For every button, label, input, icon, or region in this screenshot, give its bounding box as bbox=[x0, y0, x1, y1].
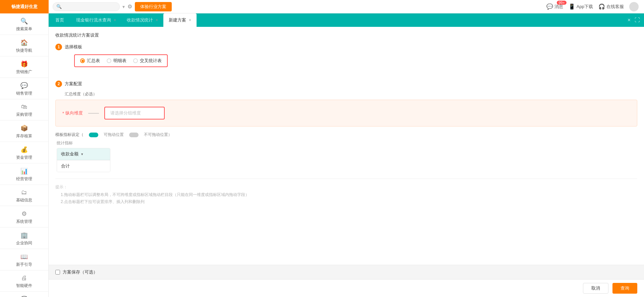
avatar[interactable] bbox=[629, 2, 639, 11]
metrics-table-header[interactable]: 收款金额 ▾ bbox=[57, 148, 110, 160]
money-icon: 💰 bbox=[20, 146, 28, 153]
tab-cashflow-label: 现金银行流水查询 bbox=[76, 17, 111, 23]
dimension-area: 纵向维度 —— 请选择分组维度 bbox=[55, 100, 637, 127]
dimension-placeholder: 请选择分组维度 bbox=[110, 110, 141, 115]
sidebar-item-wechat[interactable]: 💬 企业微信 bbox=[0, 292, 48, 297]
metrics-header: 模板指标设定（ 可拖动位置 不可拖动位置） bbox=[55, 132, 637, 138]
metrics-title: 模板指标设定（ bbox=[55, 132, 84, 138]
tab-expand-btn[interactable]: ⛶ bbox=[633, 16, 641, 24]
support-label: 在线客服 bbox=[606, 4, 624, 10]
sidebar-item-marketing[interactable]: 🎁 营销推广 bbox=[0, 56, 48, 78]
sidebar-item-guide[interactable]: 📖 新手引导 bbox=[0, 249, 48, 270]
search-menu-icon: 🔍 bbox=[20, 17, 28, 25]
section1-header: 1 选择模板 bbox=[55, 44, 637, 50]
chat-icon: 💬 bbox=[20, 82, 28, 89]
message-nav[interactable]: 💬 消息 99+ bbox=[546, 3, 563, 10]
sidebar: 🔍 搜索菜单 🏠 快捷导航 🎁 营销推广 💬 销售管理 🛍 采购管理 📦 库存核… bbox=[0, 13, 49, 297]
sidebar-item-label: 智能硬件 bbox=[16, 283, 32, 289]
radio-detail[interactable] bbox=[107, 58, 111, 63]
tips-title: 提示： bbox=[55, 184, 637, 190]
tip-item-2: 2.点击标题栏下拉可设置排序、插入列和删除列 bbox=[55, 199, 637, 205]
dimension-select[interactable]: 请选择分组维度 bbox=[104, 107, 165, 119]
metrics-sub-label: 统计指标 bbox=[57, 140, 637, 146]
save-checkbox[interactable] bbox=[55, 270, 60, 275]
support-nav[interactable]: 🎧 在线客服 bbox=[598, 3, 624, 10]
search-bar[interactable]: 🔍 bbox=[53, 2, 120, 11]
support-icon: 🎧 bbox=[598, 3, 605, 10]
tab-collection[interactable]: 收款情况统计 × bbox=[121, 13, 163, 27]
sidebar-item-enterprise[interactable]: 🏢 企业协同 bbox=[0, 228, 48, 249]
sidebar-item-inventory[interactable]: 📦 库存核算 bbox=[0, 120, 48, 142]
section2-header: 2 方案配置 bbox=[55, 81, 637, 87]
bag-icon: 🛍 bbox=[21, 103, 27, 110]
save-label: 方案保存（可选） bbox=[63, 269, 98, 275]
search-bar-icon: 🔍 bbox=[56, 4, 62, 9]
tab-bar-actions: × ⛶ bbox=[626, 16, 644, 24]
settings-icon[interactable]: ⚙ bbox=[127, 3, 132, 10]
section2-title: 方案配置 bbox=[65, 81, 82, 87]
sidebar-item-label: 资金管理 bbox=[16, 155, 32, 160]
tab-close-all-btn[interactable]: × bbox=[626, 16, 632, 24]
folder-icon: 🗂 bbox=[21, 189, 27, 196]
template-selection: 汇总表 明细表 交叉统计表 bbox=[74, 54, 168, 67]
tab-home[interactable]: 首页 bbox=[49, 13, 71, 27]
trial-button[interactable]: 体验行业方案 bbox=[135, 2, 172, 11]
sidebar-item-sales[interactable]: 💬 销售管理 bbox=[0, 78, 48, 99]
printer-icon: 🖨 bbox=[21, 275, 27, 282]
download-label: App下载 bbox=[577, 4, 593, 10]
sidebar-item-system[interactable]: ⚙ 系统管理 bbox=[0, 206, 48, 228]
sidebar-item-search-menu[interactable]: 🔍 搜索菜单 bbox=[0, 13, 48, 35]
metrics-col-label: 收款金额 bbox=[61, 151, 78, 157]
sidebar-item-finance[interactable]: 💰 资金管理 bbox=[0, 142, 48, 163]
footer-bar: 取消 查询 bbox=[49, 279, 644, 297]
enterprise-icon: 🏢 bbox=[20, 232, 28, 239]
sidebar-item-basic-info[interactable]: 🗂 基础信息 bbox=[0, 185, 48, 206]
chevron-down-icon[interactable]: ▾ bbox=[122, 4, 125, 9]
tips-section: 提示： 1.拖动标题栏可以调整布局，不可跨维度或指标区域拖动栏目段（只能在同一维… bbox=[55, 179, 637, 205]
sidebar-item-label: 库存核算 bbox=[16, 133, 32, 139]
save-section: 方案保存（可选） bbox=[49, 265, 644, 279]
template-summary[interactable]: 汇总表 bbox=[80, 58, 100, 64]
template-summary-label: 汇总表 bbox=[87, 58, 100, 64]
metrics-dropdown-arrow[interactable]: ▾ bbox=[81, 152, 83, 156]
sidebar-item-purchase[interactable]: 🛍 采购管理 bbox=[0, 99, 48, 120]
dimension-config: 汇总维度（必选） 纵向维度 —— 请选择分组维度 bbox=[55, 91, 637, 127]
template-detail[interactable]: 明细表 bbox=[107, 58, 126, 64]
sidebar-item-smart-hw[interactable]: 🖨 智能硬件 bbox=[0, 270, 48, 292]
metrics-section: 模板指标设定（ 可拖动位置 不可拖动位置） 统计指标 收款金额 ▾ bbox=[55, 132, 637, 173]
query-button[interactable]: 查询 bbox=[612, 283, 637, 294]
sidebar-item-label: 新手引导 bbox=[16, 262, 32, 267]
non-draggable-hint-label: 不可拖动位置） bbox=[144, 132, 172, 138]
radio-summary[interactable] bbox=[80, 58, 85, 63]
non-draggable-badge bbox=[129, 133, 139, 137]
chart-icon: 📊 bbox=[20, 167, 28, 175]
sidebar-item-quick-nav[interactable]: 🏠 快捷导航 bbox=[0, 35, 48, 56]
home-icon: 🏠 bbox=[20, 39, 28, 46]
gift-icon: 🎁 bbox=[20, 60, 28, 68]
tab-collection-close[interactable]: × bbox=[156, 18, 158, 22]
metrics-table: 收款金额 ▾ 合计 bbox=[57, 148, 110, 172]
page-content: 收款情况统计方案设置 1 选择模板 汇总表 明细表 bbox=[49, 27, 644, 265]
tab-cashflow-close[interactable]: × bbox=[114, 18, 116, 22]
download-icon: 📱 bbox=[569, 3, 575, 10]
metrics-table-row: 合计 bbox=[57, 160, 110, 172]
template-cross-label: 交叉统计表 bbox=[140, 58, 162, 64]
tab-cashflow[interactable]: 现金银行流水查询 × bbox=[71, 13, 121, 27]
radio-cross[interactable] bbox=[133, 58, 138, 63]
metrics-row-label: 合计 bbox=[61, 163, 70, 168]
draggable-hint-label: 可拖动位置 bbox=[104, 132, 124, 138]
tab-new-plan-close[interactable]: × bbox=[189, 18, 191, 22]
section1-title: 选择模板 bbox=[65, 44, 82, 50]
system-icon: ⚙ bbox=[21, 210, 27, 217]
download-nav[interactable]: 📱 App下载 bbox=[569, 3, 593, 10]
message-badge: 99+ bbox=[557, 1, 567, 5]
cancel-button[interactable]: 取消 bbox=[583, 283, 608, 294]
dimension-label: 汇总维度（必选） bbox=[65, 91, 637, 97]
metrics-table-container: 统计指标 收款金额 ▾ 合计 bbox=[57, 140, 637, 173]
tab-new-plan-label: 新建方案 bbox=[169, 17, 186, 23]
template-cross[interactable]: 交叉统计表 bbox=[133, 58, 162, 64]
arrow-icon: —— bbox=[88, 110, 99, 116]
sidebar-item-label: 采购管理 bbox=[16, 112, 32, 117]
sidebar-item-operations[interactable]: 📊 经营管理 bbox=[0, 163, 48, 185]
tab-new-plan[interactable]: 新建方案 × bbox=[163, 13, 197, 27]
